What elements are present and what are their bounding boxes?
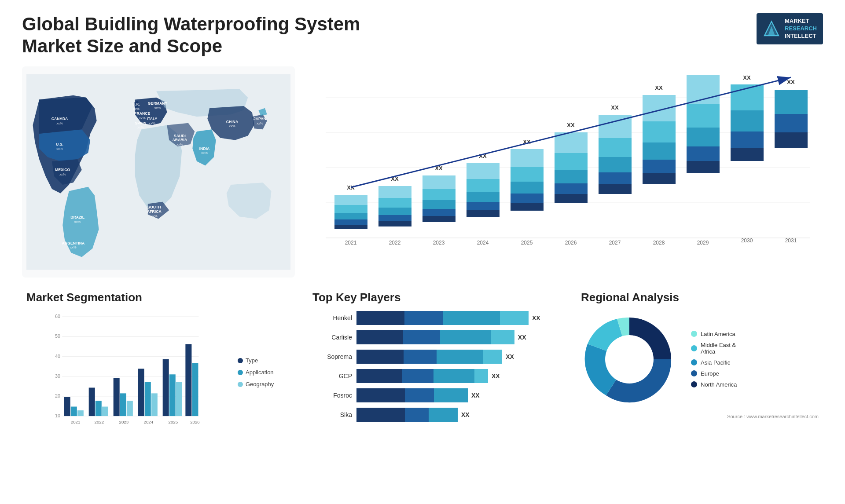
svg-rect-65 (467, 179, 500, 192)
svg-rect-58 (422, 189, 456, 200)
svg-text:2029: 2029 (697, 240, 709, 246)
svg-rect-111 (775, 90, 808, 114)
svg-text:SOUTH: SOUTH (147, 205, 161, 209)
legend-geography: Geography (238, 381, 290, 387)
svg-rect-91 (643, 160, 676, 173)
svg-text:2031: 2031 (785, 237, 797, 244)
svg-text:2021: 2021 (345, 240, 357, 246)
svg-text:XX: XX (655, 84, 663, 91)
svg-text:xx%: xx% (139, 116, 146, 120)
regional-legend: Latin America Middle East &Africa Asia P… (691, 331, 737, 388)
svg-rect-71 (511, 182, 544, 194)
svg-text:2025: 2025 (169, 420, 178, 424)
svg-rect-45 (334, 195, 367, 205)
player-value-henkel: XX (532, 314, 540, 321)
svg-text:BRAZIL: BRAZIL (70, 215, 85, 219)
svg-rect-135 (102, 406, 108, 416)
svg-text:FRANCE: FRANCE (134, 111, 150, 116)
svg-text:60: 60 (55, 314, 60, 319)
player-name-fosroc: Fosroc (312, 392, 352, 399)
label-latin-america: Latin America (701, 331, 735, 337)
label-europe: Europe (701, 370, 719, 377)
svg-text:2030: 2030 (741, 237, 753, 244)
svg-rect-106 (731, 110, 764, 131)
regional-section: Regional Analysis (577, 286, 823, 497)
legend-latin-america: Latin America (691, 331, 737, 337)
players-list: Henkel XX Carlisl (312, 311, 559, 422)
svg-text:2024: 2024 (477, 240, 489, 246)
svg-text:INDIA: INDIA (199, 146, 210, 150)
dot-north-america (691, 381, 697, 387)
svg-rect-134 (96, 401, 102, 416)
player-row-fosroc: Fosroc XX (312, 388, 559, 402)
svg-rect-110 (775, 114, 808, 132)
svg-text:JAPAN: JAPAN (254, 117, 266, 121)
svg-point-152 (605, 335, 654, 383)
svg-text:xx%: xx% (56, 121, 63, 125)
legend-europe: Europe (691, 370, 737, 377)
growth-chart-section: XX 2021 XX 2022 XX (304, 66, 823, 278)
svg-rect-98 (687, 146, 720, 161)
players-section: Top Key Players Henkel XX (308, 286, 563, 497)
svg-marker-2 (764, 23, 779, 36)
legend-type: Type (238, 357, 290, 364)
svg-text:xx%: xx% (74, 220, 81, 224)
svg-rect-52 (378, 186, 411, 198)
svg-text:2023: 2023 (433, 240, 445, 246)
svg-rect-79 (555, 153, 588, 170)
svg-text:2025: 2025 (521, 240, 533, 246)
svg-text:xx%: xx% (201, 151, 208, 155)
svg-rect-83 (599, 184, 632, 194)
svg-text:30: 30 (55, 373, 60, 379)
svg-text:xx%: xx% (133, 106, 140, 110)
svg-text:xx%: xx% (229, 124, 235, 128)
svg-rect-72 (511, 167, 544, 182)
player-value-carlisle: XX (518, 334, 526, 341)
growth-chart-svg: XX 2021 XX 2022 XX (321, 71, 814, 264)
svg-rect-50 (378, 208, 411, 215)
svg-rect-130 (71, 406, 77, 416)
svg-text:xx%: xx% (70, 245, 77, 249)
world-map-svg: CANADA xx% U.S. xx% MEXICO xx% BRAZIL xx… (26, 71, 290, 273)
svg-text:GERMANY: GERMANY (148, 101, 168, 106)
svg-rect-44 (334, 205, 367, 213)
donut-chart (581, 311, 678, 408)
svg-text:SPAIN: SPAIN (135, 121, 146, 125)
svg-text:2026: 2026 (565, 240, 577, 246)
svg-text:U.K.: U.K. (132, 102, 140, 106)
svg-rect-55 (422, 216, 456, 222)
svg-rect-43 (334, 213, 367, 219)
svg-rect-142 (145, 382, 151, 416)
svg-text:xx%: xx% (149, 121, 155, 125)
player-name-carlisle: Carlisle (312, 334, 352, 341)
player-name-henkel: Henkel (312, 314, 352, 321)
svg-rect-90 (643, 173, 676, 184)
svg-rect-104 (731, 148, 764, 161)
svg-rect-141 (138, 369, 144, 416)
svg-text:40: 40 (55, 353, 60, 358)
legend-mea: Middle East &Africa (691, 342, 737, 355)
svg-rect-139 (127, 401, 133, 416)
svg-text:XX: XX (611, 104, 619, 111)
svg-rect-109 (775, 132, 808, 148)
world-map-section: CANADA xx% U.S. xx% MEXICO xx% BRAZIL xx… (22, 66, 295, 278)
player-name-sika: Sika (312, 411, 352, 418)
logo-text: MARKET RESEARCH INTELLECT (785, 18, 817, 40)
svg-rect-97 (687, 161, 720, 173)
svg-text:AFRICA: AFRICA (147, 209, 162, 214)
svg-rect-48 (378, 221, 411, 226)
svg-text:2026: 2026 (190, 420, 200, 424)
svg-rect-100 (687, 104, 720, 128)
player-value-sika: XX (461, 411, 470, 418)
svg-text:50: 50 (55, 333, 60, 339)
players-title: Top Key Players (312, 291, 559, 304)
svg-rect-143 (151, 393, 158, 416)
svg-rect-76 (555, 194, 588, 203)
svg-rect-94 (643, 95, 676, 121)
svg-rect-77 (555, 183, 588, 194)
svg-rect-78 (555, 170, 588, 183)
legend-label-geography: Geography (246, 381, 274, 387)
svg-rect-105 (731, 131, 764, 148)
player-row-soprema: Soprema XX (312, 350, 559, 364)
player-row-carlisle: Carlisle XX (312, 330, 559, 344)
